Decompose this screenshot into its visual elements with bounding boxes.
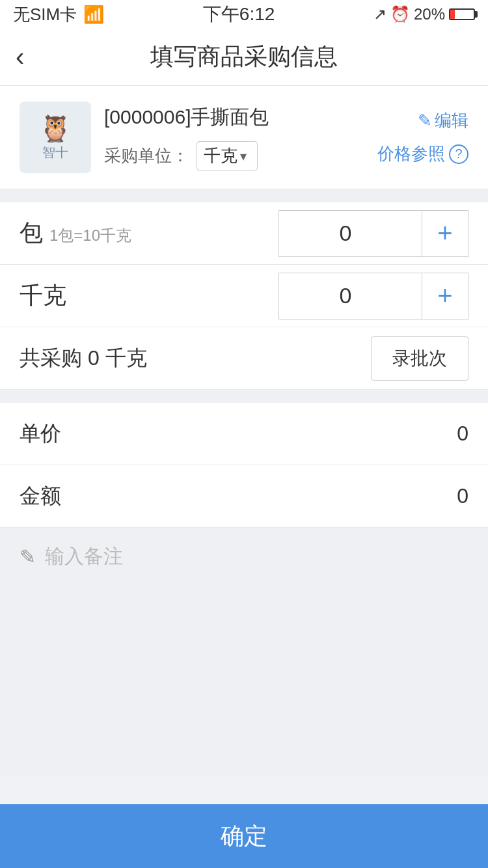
bao-input[interactable] (278, 210, 422, 257)
remark-placeholder: 输入备注 (45, 543, 123, 570)
price-section: 单价 0 金额 0 (0, 403, 488, 528)
kg-input[interactable] (278, 273, 422, 319)
section-divider-1 (0, 189, 488, 202)
bao-input-group: + (278, 210, 468, 257)
carrier-text: 无SIM卡 (13, 3, 77, 26)
price-ref-label: 价格参照 (377, 142, 445, 165)
product-actions: ✎ 编辑 价格参照 ? (377, 109, 468, 165)
battery-icon (449, 8, 475, 20)
bao-sub-label: 1包=10千克 (49, 225, 131, 246)
section-divider-2 (0, 390, 488, 403)
page-title: 填写商品采购信息 (150, 41, 338, 73)
status-bar: 无SIM卡 📶 下午6:12 ↗ ⏰ 20% (0, 0, 488, 29)
unit-price-row: 单价 0 (0, 403, 488, 465)
brand-text: 智十 (42, 144, 68, 161)
wifi-icon: 📶 (83, 5, 104, 25)
product-info: [0000006]手撕面包 采购单位： 千克 ▾ (104, 104, 364, 170)
product-meta: 采购单位： 千克 ▾ (104, 141, 364, 170)
product-card: 🦉 智十 [0000006]手撕面包 采购单位： 千克 ▾ ✎ 编辑 价格参照 … (0, 86, 488, 189)
unit-price-label: 单价 (20, 420, 61, 448)
total-text: 共采购 0 千克 (20, 344, 147, 373)
location-icon: ↗ (373, 5, 386, 23)
kg-plus-button[interactable]: + (422, 273, 468, 319)
status-right: ↗ ⏰ 20% (373, 5, 475, 23)
help-icon: ? (449, 144, 468, 164)
form-section: 包 1包=10千克 + 千克 + 共采购 0 千克 录批次 (0, 202, 488, 390)
chevron-down-icon: ▾ (240, 148, 247, 164)
price-ref-button[interactable]: 价格参照 ? (377, 142, 468, 165)
kg-row: 千克 + (0, 265, 488, 327)
amount-value: 0 (457, 484, 468, 508)
edit-icon: ✎ (418, 111, 432, 131)
bao-plus-button[interactable]: + (422, 210, 468, 257)
back-button[interactable]: ‹ (16, 42, 24, 72)
bao-main-label: 包 (20, 217, 43, 249)
kg-main-label: 千克 (20, 280, 66, 312)
amount-row: 金额 0 (0, 465, 488, 528)
batch-button[interactable]: 录批次 (371, 336, 468, 381)
unit-value: 千克 (204, 144, 237, 167)
kg-label-group: 千克 (20, 280, 66, 312)
page-header: ‹ 填写商品采购信息 (0, 29, 488, 86)
edit-button[interactable]: ✎ 编辑 (418, 109, 468, 132)
remark-input-row: ✎ 输入备注 (20, 543, 468, 570)
unit-label: 采购单位： (104, 144, 189, 167)
status-left: 无SIM卡 📶 (13, 3, 104, 26)
remark-section[interactable]: ✎ 输入备注 (0, 528, 488, 775)
product-name: [0000006]手撕面包 (104, 104, 364, 131)
kg-input-group: + (278, 273, 468, 319)
unit-price-value: 0 (457, 422, 468, 446)
unit-dropdown[interactable]: 千克 ▾ (197, 141, 258, 170)
product-image: 🦉 智十 (20, 102, 91, 173)
confirm-button[interactable]: 确定 (0, 804, 488, 868)
edit-label: 编辑 (435, 109, 468, 132)
status-time: 下午6:12 (203, 2, 275, 27)
alarm-icon: ⏰ (390, 5, 410, 23)
amount-label: 金额 (20, 482, 61, 511)
bao-row: 包 1包=10千克 + (0, 202, 488, 265)
pencil-icon: ✎ (20, 545, 36, 568)
total-row: 共采购 0 千克 录批次 (0, 327, 488, 390)
battery-percent: 20% (414, 5, 445, 23)
owl-icon: 🦉 (39, 113, 72, 144)
bao-label-group: 包 1包=10千克 (20, 217, 131, 249)
